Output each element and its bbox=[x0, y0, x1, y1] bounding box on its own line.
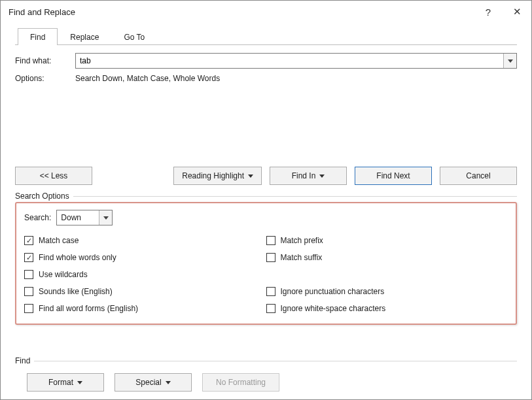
reading-highlight-button[interactable]: Reading Highlight bbox=[173, 167, 262, 185]
find-next-button[interactable]: Find Next bbox=[355, 167, 432, 185]
checkbox-icon bbox=[24, 253, 33, 262]
checkbox-icon bbox=[266, 287, 275, 296]
tab-replace[interactable]: Replace bbox=[58, 28, 111, 45]
find-buttons-row: Format Special No Formatting bbox=[27, 373, 517, 392]
titlebar-title: Find and Replace bbox=[9, 7, 474, 17]
search-options-group-label: Search Options bbox=[15, 192, 517, 201]
checkbox-icon bbox=[24, 287, 33, 296]
find-in-button[interactable]: Find In bbox=[270, 167, 347, 185]
tab-strip: Find Replace Go To bbox=[15, 28, 517, 45]
search-direction-row: Search: Down bbox=[24, 210, 508, 225]
tab-find[interactable]: Find bbox=[18, 28, 58, 45]
titlebar: Find and Replace ? ✕ bbox=[1, 1, 531, 23]
chevron-down-icon bbox=[77, 381, 82, 384]
action-button-row: << Less Reading Highlight Find In Find N… bbox=[15, 167, 517, 185]
cancel-button[interactable]: Cancel bbox=[440, 167, 517, 185]
help-button[interactable]: ? bbox=[474, 1, 503, 23]
checkbox-icon bbox=[24, 236, 33, 245]
options-col-left: Match case Find whole words only Use wil… bbox=[24, 232, 266, 317]
find-what-label: Find what: bbox=[15, 56, 75, 65]
checkbox-icon bbox=[266, 304, 275, 313]
close-icon: ✕ bbox=[513, 6, 522, 18]
options-label: Options: bbox=[15, 74, 75, 83]
options-value: Search Down, Match Case, Whole Words bbox=[75, 74, 220, 83]
checkbox-icon bbox=[24, 270, 33, 279]
chevron-down-icon bbox=[166, 381, 171, 384]
find-section: Find Format Special No Formatting bbox=[15, 352, 517, 392]
chevron-down-icon bbox=[248, 175, 253, 178]
search-direction-label: Search: bbox=[24, 213, 51, 222]
find-what-combobox[interactable] bbox=[75, 53, 517, 69]
check-match-suffix[interactable]: Match suffix bbox=[266, 249, 508, 266]
close-button[interactable]: ✕ bbox=[503, 1, 531, 23]
search-options-box: Search: Down Match case Find wh bbox=[15, 202, 517, 325]
check-ignore-whitespace[interactable]: Ignore white-space characters bbox=[266, 300, 508, 317]
dialog-content: Find Replace Go To Find what: Options: S… bbox=[1, 23, 531, 399]
options-columns: Match case Find whole words only Use wil… bbox=[24, 232, 508, 317]
less-button[interactable]: << Less bbox=[15, 167, 92, 185]
checkbox-icon bbox=[24, 304, 33, 313]
no-formatting-button[interactable]: No Formatting bbox=[202, 373, 279, 392]
check-match-prefix[interactable]: Match prefix bbox=[266, 232, 508, 249]
search-direction-select[interactable]: Down bbox=[56, 210, 113, 225]
checkbox-icon bbox=[266, 253, 275, 262]
options-col-right: Match prefix Match suffix Ignore punctua… bbox=[266, 232, 508, 317]
check-use-wildcards[interactable]: Use wildcards bbox=[24, 266, 266, 283]
checkbox-icon bbox=[266, 236, 275, 245]
chevron-down-icon bbox=[319, 175, 325, 178]
find-what-input[interactable] bbox=[76, 54, 503, 68]
find-what-row: Find what: bbox=[15, 53, 517, 69]
options-row: Options: Search Down, Match Case, Whole … bbox=[15, 74, 517, 90]
find-replace-dialog: Find and Replace ? ✕ Find Replace Go To … bbox=[0, 0, 532, 400]
check-all-word-forms[interactable]: Find all word forms (English) bbox=[24, 300, 266, 317]
find-group-label: Find bbox=[15, 356, 517, 365]
check-whole-words-only[interactable]: Find whole words only bbox=[24, 249, 266, 266]
tab-goto[interactable]: Go To bbox=[111, 28, 157, 45]
chevron-down-icon[interactable] bbox=[503, 54, 516, 68]
format-button[interactable]: Format bbox=[27, 373, 104, 392]
check-sounds-like[interactable]: Sounds like (English) bbox=[24, 283, 266, 300]
chevron-down-icon[interactable] bbox=[99, 210, 112, 225]
check-ignore-punctuation[interactable]: Ignore punctuation characters bbox=[266, 283, 508, 300]
special-button[interactable]: Special bbox=[115, 373, 192, 392]
check-match-case[interactable]: Match case bbox=[24, 232, 266, 249]
